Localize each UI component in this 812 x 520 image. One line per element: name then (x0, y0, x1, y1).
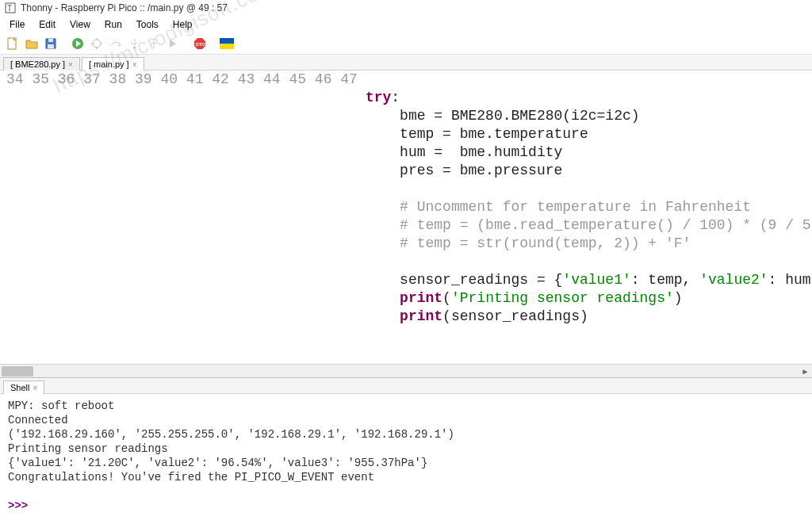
svg-rect-4 (48, 39, 53, 42)
menu-file[interactable]: File (3, 17, 31, 32)
scroll-thumb[interactable] (2, 366, 33, 377)
shell-output[interactable]: MPY: soft reboot Connected ('192.168.29.… (0, 394, 812, 520)
svg-point-7 (93, 40, 101, 48)
menu-help[interactable]: Help (167, 17, 199, 32)
ukraine-flag-icon[interactable] (219, 36, 235, 52)
shell-panel: Shell × MPY: soft reboot Connected ('192… (0, 377, 812, 520)
editor-horizontal-scrollbar[interactable]: ◄ ► (0, 364, 812, 377)
shell-tabbar: Shell × (0, 378, 812, 394)
step-into-icon[interactable] (127, 36, 143, 52)
svg-point-12 (134, 47, 136, 49)
line-gutter: 34 35 36 37 38 39 40 41 42 43 44 45 46 4… (0, 71, 366, 364)
tab-label: Shell (10, 383, 29, 392)
svg-rect-16 (220, 38, 234, 44)
code-area[interactable]: try: bme = BME280.BME280(i2c=i2c) temp =… (366, 71, 812, 364)
menubar: File Edit View Run Tools Help (0, 16, 812, 33)
menu-tools[interactable]: Tools (130, 17, 165, 32)
tab-shell[interactable]: Shell × (3, 380, 44, 394)
step-over-icon[interactable] (108, 36, 124, 52)
window-title: Thonny - Raspberry Pi Pico :: /main.py @… (21, 2, 228, 13)
svg-point-13 (153, 39, 155, 41)
svg-text:T: T (7, 4, 12, 13)
tab-label: [ main.py ] (89, 59, 129, 69)
step-out-icon[interactable] (146, 36, 162, 52)
new-file-icon[interactable] (5, 36, 21, 52)
scroll-right-icon[interactable]: ► (799, 365, 812, 378)
close-icon[interactable]: × (33, 384, 37, 392)
menu-view[interactable]: View (63, 17, 97, 32)
editor-tabbar: [ BME280.py ] × [ main.py ] × (0, 55, 812, 71)
close-icon[interactable]: × (132, 60, 137, 69)
resume-icon[interactable] (165, 36, 181, 52)
menu-run[interactable]: Run (98, 17, 128, 32)
app-logo-icon: T (5, 2, 16, 13)
svg-rect-5 (48, 44, 54, 48)
menu-edit[interactable]: Edit (33, 17, 62, 32)
tab-main[interactable]: [ main.py ] × (82, 57, 144, 71)
tab-label: [ BME280.py ] (10, 59, 65, 69)
run-icon[interactable] (70, 36, 86, 52)
titlebar: T Thonny - Raspberry Pi Pico :: /main.py… (0, 0, 812, 16)
toolbar: STOP (0, 33, 812, 55)
stop-icon[interactable]: STOP (192, 36, 208, 52)
svg-rect-17 (220, 44, 234, 49)
close-icon[interactable]: × (68, 60, 73, 69)
code-editor[interactable]: 34 35 36 37 38 39 40 41 42 43 44 45 46 4… (0, 71, 812, 364)
debug-icon[interactable] (89, 36, 105, 52)
tab-bme280[interactable]: [ BME280.py ] × (3, 57, 80, 71)
svg-text:STOP: STOP (196, 42, 207, 47)
open-file-icon[interactable] (24, 36, 40, 52)
save-file-icon[interactable] (43, 36, 59, 52)
